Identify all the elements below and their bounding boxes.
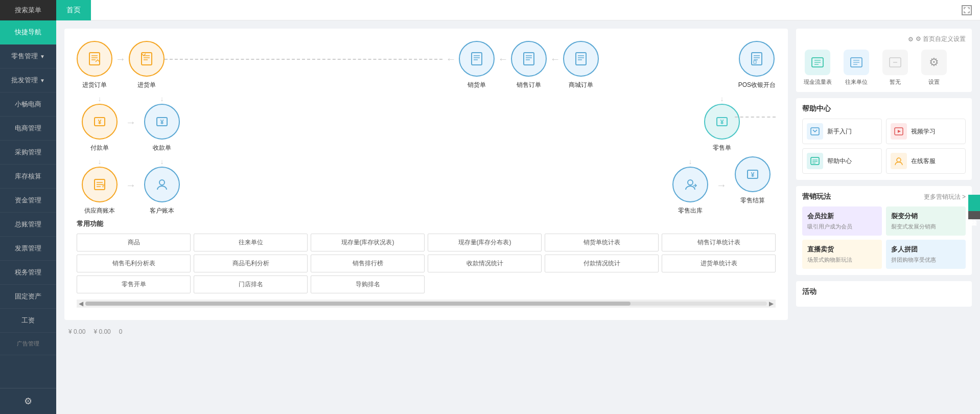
cashflow-label: 现金流量表	[804, 78, 832, 86]
marketing-fission[interactable]: 裂变分销 裂变式发展分销商	[886, 206, 966, 236]
help-video[interactable]: 视频学习	[886, 119, 966, 144]
customer-account-icon	[144, 167, 180, 202]
marketing-live[interactable]: 直播卖货 场景式购物新玩法	[802, 240, 882, 269]
func-btn-stock-dist[interactable]: 现存量(库存分布表)	[428, 234, 542, 251]
node-retail-settle[interactable]: ¥ 零售结算	[735, 156, 771, 205]
func-btn-store-rank[interactable]: 门店排名	[194, 275, 308, 293]
sidebar-item-finance[interactable]: 资金管理	[0, 189, 56, 213]
func-btn-purchase-stats[interactable]: 进货单统计表	[662, 255, 776, 272]
func-btn-stock-status[interactable]: 现存量(库存状况表)	[311, 234, 425, 251]
sidebar-item-inventory[interactable]: 库存核算	[0, 165, 56, 189]
svg-rect-16	[576, 53, 586, 65]
member-title: 会员拉新	[807, 212, 877, 221]
scrollbar[interactable]: ◀ ▶	[77, 300, 776, 308]
sidebar-item-purchase[interactable]: 采购管理	[0, 141, 56, 165]
func-empty-1	[428, 275, 542, 293]
fission-desc: 裂变式发展分销商	[891, 223, 961, 231]
shortcut-cashflow[interactable]: 现金流量表	[802, 50, 833, 86]
receipt-label: 收款单	[153, 144, 171, 152]
func-btn-retail-order[interactable]: 零售开单	[77, 275, 191, 293]
sidebar-item-wholesale[interactable]: 批发管理 ▼	[0, 68, 56, 93]
sidebar-item-general-ledger[interactable]: 总账管理	[0, 213, 56, 237]
top-bar: 搜索菜单 首页	[0, 0, 980, 20]
func-btn-sales-rank[interactable]: 销售排行榜	[311, 255, 425, 272]
node-purchase-order[interactable]: 进货订单	[77, 41, 112, 89]
func-btn-sales-stats[interactable]: 销货单统计表	[545, 234, 659, 251]
svg-text:¥: ¥	[160, 119, 164, 126]
sidebar-item-label: 固定资产	[15, 292, 41, 301]
chevron-down-icon: ▼	[40, 78, 45, 83]
retail-bill-icon: ¥	[704, 104, 740, 140]
retail-out-icon	[672, 167, 708, 202]
sidebar-item-quick-nav[interactable]: 快捷导航	[0, 20, 56, 44]
sidebar-item-label: 电商管理	[15, 124, 41, 133]
chevron-down-icon: ▼	[40, 54, 45, 59]
sidebar-settings-button[interactable]: ⚙	[0, 388, 56, 414]
node-pos[interactable]: POS收银开台	[738, 41, 776, 89]
func-btn-payment-stats[interactable]: 付款情况统计	[545, 255, 659, 272]
fullscreen-button[interactable]	[962, 5, 972, 15]
float-btn-community[interactable]: 服务社区	[968, 203, 980, 211]
func-btn-receipt-stats[interactable]: 收款情况统计	[428, 255, 542, 272]
sidebar-item-label: 发票管理	[15, 244, 41, 253]
func-btn-goods-profit[interactable]: 商品毛利分析	[194, 255, 308, 272]
node-retail-bill[interactable]: ¥ 零售单	[704, 104, 740, 152]
sidebar-item-more[interactable]: 广告管理	[0, 333, 56, 355]
node-retail-out[interactable]: 零售出库	[672, 167, 708, 215]
pos-icon	[739, 41, 775, 77]
help-beginner[interactable]: 新手入门	[802, 119, 882, 144]
arrow-left-2: ←	[498, 53, 508, 65]
float-btn-service[interactable]: 客服热线	[968, 195, 980, 203]
group-title: 多人拼团	[891, 245, 961, 254]
sidebar-item-ecommerce-mgmt[interactable]: 电商管理	[0, 117, 56, 141]
func-btn-sales-profit[interactable]: 销售毛利分析表	[77, 255, 191, 272]
marketing-more[interactable]: 更多营销玩法 >	[924, 193, 966, 201]
node-sales-bill[interactable]: 销货单	[459, 41, 495, 89]
stat-1: ¥ 0.00	[68, 328, 85, 335]
home-tab[interactable]: 首页	[56, 0, 91, 20]
scroll-right-arrow[interactable]: ▶	[769, 300, 774, 307]
svg-text:¥: ¥	[751, 171, 755, 178]
sales-bill-icon	[459, 41, 495, 77]
settings-shortcut-icon: ⚙	[921, 50, 947, 75]
sidebar-item-fixed-assets[interactable]: 固定资产	[0, 285, 56, 309]
sidebar-item-payroll[interactable]: 工资	[0, 309, 56, 333]
node-mall-order[interactable]: 商城订单	[563, 41, 599, 89]
node-supplier-account[interactable]: ₮ 供应商账本	[82, 167, 118, 215]
shortcut-contacts[interactable]: 往来单位	[841, 50, 872, 86]
marketing-group[interactable]: 多人拼团 拼团购物享受优惠	[886, 240, 966, 269]
sidebar-item-invoice[interactable]: 发票管理	[0, 237, 56, 261]
search-menu[interactable]: 搜索菜单	[0, 0, 56, 20]
node-customer-account[interactable]: 客户账本	[144, 167, 180, 215]
cashflow-icon	[805, 50, 830, 75]
online-service-icon	[891, 153, 907, 169]
node-purchase-bill[interactable]: 进货单	[129, 41, 165, 89]
func-btn-guide-rank[interactable]: 导购排名	[311, 275, 425, 293]
scroll-left-arrow[interactable]: ◀	[79, 300, 83, 307]
marketing-member[interactable]: 会员拉新 吸引用户成为会员	[802, 206, 882, 236]
shortcut-settings[interactable]: ⚙ 设置	[919, 50, 949, 86]
func-btn-contacts[interactable]: 往来单位	[194, 234, 308, 251]
func-btn-sales-order-stats[interactable]: 销售订单统计表	[662, 234, 776, 251]
down-arrow-customer: ↓	[160, 156, 164, 167]
group-desc: 拼团购物享受优惠	[891, 256, 961, 264]
shortcut-none[interactable]: 暂无	[880, 50, 911, 86]
sidebar-item-ecommerce-small[interactable]: 小畅电商	[0, 93, 56, 117]
scrollbar-thumb	[85, 302, 631, 306]
help-online-service[interactable]: 在线客服	[886, 148, 966, 174]
func-btn-goods[interactable]: 商品	[77, 234, 191, 251]
float-btn-desktop[interactable]: 桌面快捷	[968, 211, 980, 219]
node-sales-order[interactable]: 销售订单	[511, 41, 547, 89]
node-receipt[interactable]: ¥ 收款单	[144, 104, 180, 152]
online-service-label: 在线客服	[911, 157, 936, 166]
sidebar-item-tax[interactable]: 税务管理	[0, 261, 56, 285]
svg-text:¥: ¥	[720, 119, 724, 126]
arrow-right-3: →	[126, 179, 136, 191]
marketing-title: 营销玩法	[802, 192, 831, 201]
sidebar-item-label: 库存核算	[15, 172, 41, 181]
sidebar-item-retail[interactable]: 零售管理 ▼	[0, 44, 56, 68]
content-area: 进货订单 →	[56, 20, 980, 414]
shortcuts-header[interactable]: ⚙ ⚙ 首页自定义设置	[802, 35, 966, 43]
help-center[interactable]: 帮助中心	[802, 148, 882, 174]
node-payment[interactable]: ¥ 付款单	[82, 104, 118, 152]
